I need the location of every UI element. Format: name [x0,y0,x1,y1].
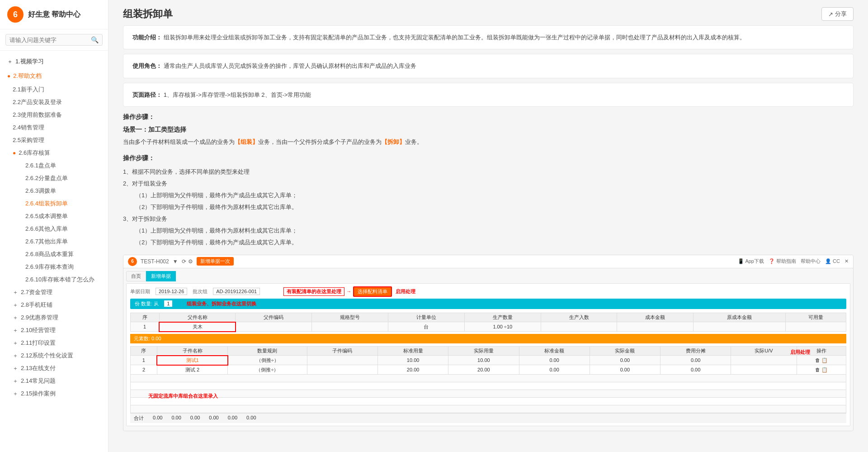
ss-sub-seq-1: 1 [131,356,157,365]
ss-annotation1-text: 有装配清单的在这里处理 [283,287,344,296]
ss-sub-code-1 [307,356,377,365]
ss-th-6: 生产入数 [541,313,617,322]
sidebar-item-custom[interactable]: ＋ 2.12系统个性化设置 [13,349,108,362]
step-1: 1、根据不同的业务，选择不同单据的类型来处理 [123,166,854,178]
logo-icon: 6 [7,6,24,23]
ss-th-2: 父件编码 [236,313,312,322]
sidebar-item-partial[interactable]: 2.6.2分量盘点单 [25,172,108,185]
ss-tab-list[interactable]: 自页 [126,271,146,281]
ss-total-label: 合计 [134,415,144,422]
sidebar-item-goodscost[interactable]: 2.6.8商品成本重算 [25,248,108,261]
ss-sub-actamt-2: 0.00 [590,365,660,375]
sidebar-item-mobile[interactable]: ＋ 2.8手机旺铺 [13,299,108,311]
ss-titlebar: 6 TEST-H002 ▼ ⟳ ⚙ 新增单据一次 📱 App下载 ❓ 帮助指南 … [123,255,853,268]
ss-th-5: 生产数量 [464,313,541,322]
sidebar-item-finance[interactable]: ＋ 2.7资金管理 [13,286,108,299]
ss-empty-3 [131,374,846,382]
ss-avatar: 👤 CC [825,258,840,264]
sidebar-item-data[interactable]: 2.3使用前数据准备 [13,109,108,121]
sidebar-item-onlinepay[interactable]: ＋ 2.13在线支付 [13,362,108,375]
plus-icon-pay: ＋ [13,365,18,372]
sidebar-item-cost[interactable]: 2.6.5成本调整单 [25,210,108,223]
logo-title: 好生意 帮助中心 [28,10,80,19]
ss-total-1: 0.00 [153,415,162,422]
ss-sub-th-3: 子件编码 [307,346,377,356]
ss-form-label-date: 单据日期 [130,288,150,295]
ss-tab-new[interactable]: 新增单据 [146,271,176,281]
sidebar-item-inventory[interactable]: ● 2.6库存核算 [13,147,108,159]
ss-td-seq: 1 [131,322,160,332]
ss-date-input[interactable]: 2019-12-26 [156,288,187,295]
sidebar-item-sales[interactable]: 2.4销售管理 [13,121,108,134]
ss-id: TEST-H002 [141,258,169,265]
sidebar-item-otherin[interactable]: 2.6.6其他入库单 [25,223,108,235]
ss-sub-op-2[interactable]: 🗑 📋 [797,365,846,375]
sidebar-item-adjust[interactable]: 2.6.3调拨单 [25,185,108,197]
sidebar-item-stockcheck[interactable]: 2.6.9库存账本查询 [25,261,108,273]
sidebar-item-operation[interactable]: ＋ 2.10经营管理 [13,324,108,337]
sidebar-item-cases[interactable]: ＋ 2.15操作案例 [13,387,108,400]
nav-sub-inventory: 2.6.1盘点单 2.6.2分量盘点单 2.6.3调拨单 2.6.4组装拆卸单 … [13,159,108,286]
ss-empty-6 [131,397,846,405]
ss-upper-table-wrap: 序 父件名称 父件编码 规格型号 计量单位 生产数量 生产入数 成本金额 原成本… [130,311,846,332]
ss-app-tip: 📱 App下载 [738,258,764,265]
ss-annotation1-area: 有装配清单的在这里处理 → 选择配料清单 启用处理 [265,286,415,297]
sidebar-item-stockerror[interactable]: 2.6.10库存账本错了怎么办 [25,273,108,286]
sidebar-item-print[interactable]: ＋ 2.11打印设置 [13,337,108,349]
ss-td-name[interactable]: 关木 [159,322,236,332]
search-input[interactable] [9,37,91,43]
ss-help: ❓ 帮助指南 [769,258,796,265]
ss-sub-stdamt-1: 0.00 [519,356,590,365]
sidebar-item-coupon[interactable]: ＋ 2.9优惠券管理 [13,311,108,324]
sidebar-item-assembly[interactable]: 2.6.4组装拆卸单 [25,197,108,210]
minus-icon-inv: ● [13,150,16,156]
sidebar-item-otherout[interactable]: 2.6.7其他出库单 [25,235,108,248]
ss-lower-table-wrap: 无固定流库中库组合在这里录入 启用处理 序 子件名称 数量规则 子件编码 标准用 [130,344,846,413]
ss-row-count: 元素数: 0.00 [134,335,161,342]
ss-nav-icons: ⟳ ⚙ [182,258,193,265]
sidebar-item-faq[interactable]: ＋ 2.14常见问题 [13,375,108,387]
function-intro-text: 组装拆卸单用来处理企业组装或拆卸等加工业务，支持有固定装配清单的产品加工业务，也… [164,34,745,41]
sidebar-item-video[interactable]: ＋ 1.视频学习 [0,54,108,69]
table-row: 1 关木 台 1.00 ÷10 [131,322,846,332]
ss-logo: 6 [128,257,137,266]
sidebar-item-stocktake[interactable]: 2.6.1盘点单 [25,159,108,172]
ss-total-6: 0.00 [246,415,256,422]
share-button[interactable]: ↗ 分享 [821,7,854,21]
ss-arrow1: → [346,289,351,294]
ss-sub-rule-1: （倒推÷） [228,356,307,365]
plus-icon: ＋ [7,58,13,66]
ss-td-cost1 [617,322,693,332]
operation-steps-title2: 操作步骤： [123,154,854,162]
scene1-title: 场景一：加工类型选择 [123,126,854,134]
ss-count-input[interactable]: 1 [164,300,172,307]
ss-sub-act-1: 10.00 [448,356,519,365]
ss-titlebar-right: 📱 App下载 ❓ 帮助指南 帮助中心 👤 CC ✕ [738,258,849,265]
ss-sub-name-1: 测试1 [157,356,227,365]
ss-sub-op-1[interactable]: 🗑 📋 [797,356,846,365]
ss-annotation2-btn[interactable]: 选择配料清单 [353,286,392,297]
ss-batch-input[interactable]: AD-20191226-001 [213,288,260,295]
sidebar-item-install[interactable]: 2.2产品安装及登录 [13,96,108,109]
ss-td-qty2 [541,322,617,332]
ss-titlebar-left: 6 TEST-H002 ▼ ⟳ ⚙ 新增单据一次 [128,257,234,266]
ss-lower-table: 序 子件名称 数量规则 子件编码 标准用量 实际用量 标准金额 实际金额 费用分… [130,346,846,413]
step-2-1: （1）上部明细为父件明细，最终作为产成品生成其它入库单； [123,190,854,201]
table-row: 2 测试 2 （倒推÷） 20.00 20.00 0.00 0.00 0.00 [131,365,846,375]
role-label: 使用角色： [132,62,162,69]
ss-td-avail [786,322,846,332]
ss-new-bill-btn[interactable]: 新增单据一次 [197,257,234,266]
logo-area: 6 好生意 帮助中心 [0,0,108,29]
sidebar-item-purchase[interactable]: 2.5采购管理 [13,134,108,147]
ss-upper-table: 序 父件名称 父件编码 规格型号 计量单位 生产数量 生产入数 成本金额 原成本… [130,313,846,332]
screenshot-container: 6 TEST-H002 ▼ ⟳ ⚙ 新增单据一次 📱 App下载 ❓ 帮助指南 … [123,255,854,431]
path-block: 页面路径： 1、库存核算->库存管理->组装拆卸单 2、首页->常用功能 [123,83,854,107]
ss-count-label: 份 数量: 从 [135,300,159,307]
step-2-2: （2）下部明细为子件明细，最终作为原材料生成其它出库单。 [123,201,854,213]
ss-annotation4: 组装业务、拆卸业务在这里切换 [187,300,256,307]
sidebar-item-docs[interactable]: ● 2.帮助文档 [0,69,108,83]
ss-sub-name-2: 测试 2 [157,365,227,375]
ss-close-icon[interactable]: ✕ [844,258,849,264]
search-icon[interactable]: 🔍 [91,36,99,43]
sidebar-item-new[interactable]: 2.1新手入门 [13,83,108,96]
